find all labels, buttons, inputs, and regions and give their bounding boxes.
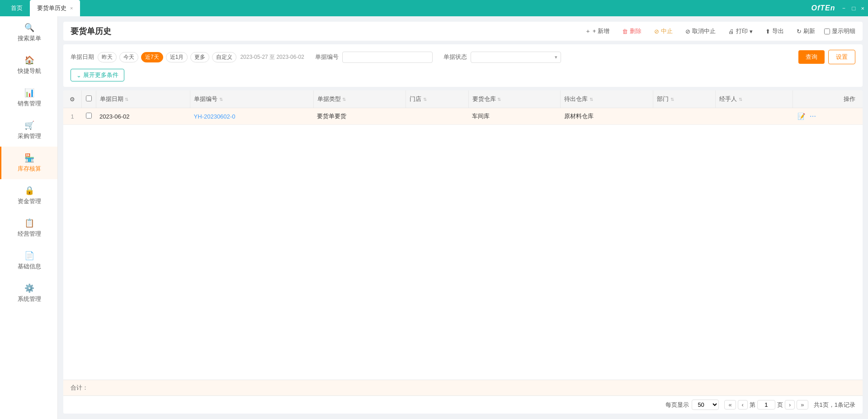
th-store-sort-icon: ⇅ <box>423 97 427 102</box>
th-docdate-label: 单据日期 <box>100 95 123 102</box>
tab-requisition-history[interactable]: 要货单历史 × <box>30 0 80 16</box>
sidebar-item-finance-mgmt-label: 资金管理 <box>18 197 41 205</box>
sidebar-item-search-menu[interactable]: 🔍 搜索菜单 <box>0 16 57 49</box>
new-label: + 新增 <box>593 27 609 35</box>
row-more-btn[interactable]: ⋯ <box>809 112 817 121</box>
query-btn[interactable]: 查询 <box>798 50 825 64</box>
delete-btn[interactable]: 🗑 删除 <box>618 25 645 37</box>
new-btn[interactable]: ＋ + 新增 <box>581 25 613 37</box>
display-detail-checkbox[interactable] <box>824 29 830 34</box>
th-docdate[interactable]: 单据日期 ⇅ <box>96 90 190 108</box>
prev-page-btn[interactable]: ‹ <box>738 400 748 409</box>
th-store[interactable]: 门店 ⇅ <box>406 90 468 108</box>
export-btn[interactable]: ⬆ 导出 <box>762 25 788 37</box>
status-select-wrapper <box>471 52 561 63</box>
select-all-checkbox[interactable] <box>86 95 92 101</box>
sidebar-item-purchase-mgmt[interactable]: 🛒 采购管理 <box>0 114 57 147</box>
date-btn-yesterday[interactable]: 昨天 <box>98 52 117 62</box>
row-doctype: 要货单要货 <box>313 108 406 125</box>
display-detail-toggle[interactable]: 显示明细 <box>824 27 855 35</box>
date-filter-label: 单据日期 <box>71 53 94 61</box>
total-info: 共1页，1条记录 <box>814 401 855 409</box>
refresh-icon: ↻ <box>797 28 802 35</box>
th-reqwarehouse-label: 要货仓库 <box>472 95 496 102</box>
minimize-btn[interactable]: － <box>841 4 847 12</box>
refresh-label: 刷新 <box>803 27 815 35</box>
th-pendingwarehouse[interactable]: 待出仓库 ⇅ <box>561 90 653 108</box>
sidebar-item-quick-nav[interactable]: 🏠 快捷导航 <box>0 49 57 81</box>
row-action-btns: 📝 ⋯ <box>797 112 859 121</box>
date-btn-today[interactable]: 今天 <box>119 52 138 62</box>
sidebar-item-basic-info[interactable]: 📄 基础信息 <box>0 244 57 277</box>
status-select[interactable] <box>471 52 561 63</box>
last-page-btn[interactable]: » <box>797 400 808 409</box>
th-reqwarehouse[interactable]: 要货仓库 ⇅ <box>468 90 561 108</box>
th-docno[interactable]: 单据编号 ⇅ <box>190 90 314 108</box>
maximize-btn[interactable]: □ <box>852 5 856 12</box>
pagination-bar: 每页显示 10 20 50 100 « ‹ 第 页 › » <box>63 395 863 414</box>
th-department[interactable]: 部门 ⇅ <box>653 90 716 108</box>
date-btn-group: 昨天 今天 近7天 近1月 更多 自定义 <box>98 52 236 62</box>
th-settings[interactable]: ⚙ <box>63 90 81 108</box>
date-range-display: 2023-05-27 至 2023-06-02 <box>240 53 304 61</box>
tab-close-icon[interactable]: × <box>70 0 73 16</box>
row-store <box>406 108 468 125</box>
filter-action-group: 查询 设置 <box>798 50 855 64</box>
sidebar-item-sales-mgmt-label: 销售管理 <box>18 100 41 108</box>
filter-area: 单据日期 昨天 今天 近7天 近1月 更多 自定义 2023-05-27 至 2… <box>63 44 863 87</box>
page-input-label: 第 <box>750 401 755 409</box>
th-department-label: 部门 <box>657 95 669 102</box>
page-size-group: 每页显示 10 20 50 100 <box>665 400 719 410</box>
docno-filter-label: 单据编号 <box>315 53 339 61</box>
table-area: ⚙ 单据日期 ⇅ 单据编号 ⇅ <box>63 90 863 414</box>
cancel-suspend-btn[interactable]: ⊘ 取消中止 <box>682 25 719 37</box>
sidebar-item-finance-mgmt[interactable]: 🔒 资金管理 <box>0 179 57 212</box>
inventory-calc-icon: 🏪 <box>24 153 34 163</box>
page-actions: ＋ + 新增 🗑 删除 ⊘ 中止 ⊘ 取消中止 🖨 打印 <box>581 25 855 37</box>
status-filter-group: 单据状态 <box>443 52 561 63</box>
suspend-icon: ⊘ <box>654 28 659 35</box>
search-menu-icon: 🔍 <box>24 23 34 33</box>
first-page-btn[interactable]: « <box>724 400 736 409</box>
refresh-btn[interactable]: ↻ 刷新 <box>793 25 819 37</box>
date-btn-7days[interactable]: 近7天 <box>141 52 163 62</box>
tab-home[interactable]: 首页 <box>4 0 30 16</box>
sidebar-item-system-mgmt[interactable]: ⚙️ 系统管理 <box>0 277 57 309</box>
th-doctype[interactable]: 单据类型 ⇅ <box>313 90 406 108</box>
sidebar-item-system-mgmt-label: 系统管理 <box>18 295 41 303</box>
page-input[interactable] <box>757 400 775 409</box>
cancel-suspend-label: 取消中止 <box>692 27 716 35</box>
date-btn-1month[interactable]: 近1月 <box>166 52 188 62</box>
th-doctype-sort-icon: ⇅ <box>342 97 346 102</box>
docno-input[interactable] <box>342 52 433 63</box>
date-btn-more[interactable]: 更多 <box>190 52 209 62</box>
sidebar: 🔍 搜索菜单 🏠 快捷导航 📊 销售管理 🛒 采购管理 🏪 库存核算 🔒 资金管… <box>0 16 58 419</box>
table-row: 1 2023-06-02 YH-20230602-0 要货单要货 车间库 <box>63 108 863 125</box>
date-btn-custom[interactable]: 自定义 <box>212 52 236 62</box>
th-actions: 操作 <box>793 90 863 108</box>
sidebar-item-operations-mgmt-label: 经营管理 <box>18 230 41 238</box>
close-btn[interactable]: × <box>861 5 864 12</box>
table-header-row: ⚙ 单据日期 ⇅ 单据编号 ⇅ <box>63 90 863 108</box>
page-size-select[interactable]: 10 20 50 100 <box>692 400 719 410</box>
th-handler-label: 经手人 <box>719 95 737 102</box>
settings-btn[interactable]: 设置 <box>828 50 855 64</box>
top-bar-right: OfTEn － □ × <box>811 4 864 12</box>
page-size-label: 每页显示 <box>665 401 689 409</box>
next-page-btn[interactable]: › <box>785 400 795 409</box>
sidebar-item-sales-mgmt[interactable]: 📊 销售管理 <box>0 81 57 114</box>
row-edit-btn[interactable]: 📝 <box>797 112 806 121</box>
print-btn[interactable]: 🖨 打印 ▾ <box>725 25 756 37</box>
row-docno-link[interactable]: YH-20230602-0 <box>194 113 236 120</box>
sidebar-item-inventory-calc[interactable]: 🏪 库存核算 <box>0 147 57 179</box>
row-checkbox[interactable] <box>86 113 92 119</box>
expand-more-btn[interactable]: ⌄ 展开更多条件 <box>71 69 124 81</box>
main-layout: 🔍 搜索菜单 🏠 快捷导航 📊 销售管理 🛒 采购管理 🏪 库存核算 🔒 资金管… <box>0 16 868 419</box>
th-department-sort-icon: ⇅ <box>670 97 674 102</box>
th-handler[interactable]: 经手人 ⇅ <box>716 90 793 108</box>
sidebar-item-operations-mgmt[interactable]: 📋 经营管理 <box>0 212 57 244</box>
top-bar: 首页 要货单历史 × OfTEn － □ × <box>0 0 868 16</box>
th-docno-sort-icon: ⇅ <box>219 97 223 102</box>
suspend-btn[interactable]: ⊘ 中止 <box>651 25 676 37</box>
sidebar-item-purchase-mgmt-label: 采购管理 <box>18 132 41 140</box>
